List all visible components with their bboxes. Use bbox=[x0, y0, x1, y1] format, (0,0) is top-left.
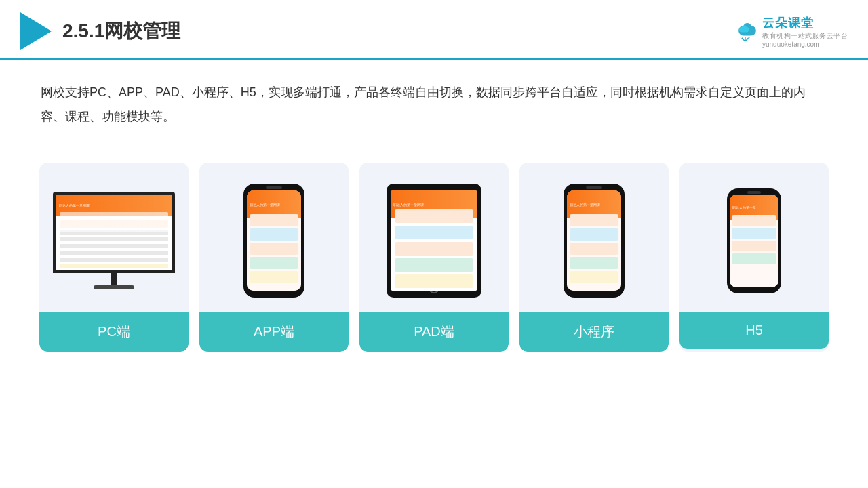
header-left: 2.5.1网校管理 bbox=[20, 12, 180, 50]
cloud-logo: 云朵课堂 教育机构一站式服务云平台 yunduoketang.com bbox=[726, 15, 848, 48]
logo-triangle-icon bbox=[20, 12, 52, 50]
page-header: 2.5.1网校管理 云朵课堂 教育机构一站式服务云平台 yunduoketang… bbox=[0, 0, 868, 60]
cloud-icon bbox=[726, 20, 758, 42]
cards-area: 职达人的第一堂网课 PC端 bbox=[0, 142, 868, 352]
card-pad-label: PAD端 bbox=[359, 312, 509, 352]
pc-monitor-icon: 职达人的第一堂网课 bbox=[50, 192, 178, 289]
phone-h5-icon: 职达人的第一堂 bbox=[727, 188, 781, 293]
page-title: 2.5.1网校管理 bbox=[62, 18, 180, 44]
card-h5-label: H5 bbox=[679, 312, 829, 349]
brand-domain: yunduoketang.com bbox=[762, 41, 820, 48]
card-app: 职达人的第一堂网课 APP端 bbox=[199, 163, 349, 352]
card-miniapp: 职达人的第一堂网课 小程序 bbox=[519, 163, 669, 352]
phone-miniapp-icon: 职达人的第一堂网课 bbox=[564, 184, 625, 298]
card-app-image: 职达人的第一堂网课 bbox=[199, 163, 349, 312]
tablet-pad-icon: 职达人的第一堂网课 bbox=[387, 184, 481, 298]
card-pc-image: 职达人的第一堂网课 bbox=[39, 163, 189, 312]
brand-name: 云朵课堂 bbox=[762, 15, 814, 31]
card-h5-image: 职达人的第一堂 bbox=[679, 163, 829, 312]
brand-text: 云朵课堂 教育机构一站式服务云平台 yunduoketang.com bbox=[762, 15, 848, 48]
card-miniapp-label: 小程序 bbox=[519, 312, 669, 352]
card-app-label: APP端 bbox=[199, 312, 349, 352]
card-pc: 职达人的第一堂网课 PC端 bbox=[39, 163, 189, 352]
card-pc-label: PC端 bbox=[39, 312, 189, 352]
card-miniapp-image: 职达人的第一堂网课 bbox=[519, 163, 669, 312]
card-pad: 职达人的第一堂网课 PAD端 bbox=[359, 163, 509, 352]
card-pad-image: 职达人的第一堂网课 bbox=[359, 163, 509, 312]
brand-sub: 教育机构一站式服务云平台 bbox=[762, 31, 848, 41]
header-right: 云朵课堂 教育机构一站式服务云平台 yunduoketang.com bbox=[726, 15, 848, 48]
card-h5: 职达人的第一堂 H5 bbox=[679, 163, 829, 352]
description-text: 网校支持PC、APP、PAD、小程序、H5，实现多端打通，产品各终端自由切换，数… bbox=[0, 60, 868, 136]
phone-app-icon: 职达人的第一堂网课 bbox=[243, 184, 304, 298]
